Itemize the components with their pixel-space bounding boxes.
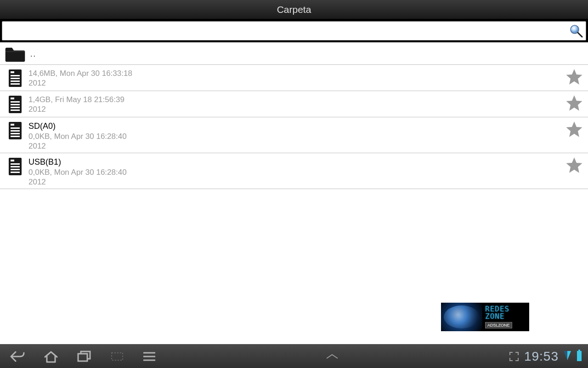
screenshot-icon [109, 351, 125, 362]
svg-rect-3 [11, 71, 14, 73]
home-button[interactable] [43, 350, 59, 363]
recent-apps-icon [76, 350, 92, 363]
favorite-button[interactable] [562, 120, 586, 138]
menu-button[interactable] [142, 351, 156, 362]
svg-rect-15 [11, 124, 14, 126]
svg-rect-7 [11, 83, 20, 85]
menu-icon [142, 351, 156, 362]
file-row[interactable]: 1,4GB, Fri May 18 21:56:39 2012 [0, 91, 588, 117]
svg-rect-32 [577, 351, 582, 361]
ad-banner[interactable]: REDES ZONE ADSLZONE [441, 303, 529, 331]
svg-rect-18 [11, 133, 20, 134]
ad-subtitle: ADSLZONE [485, 322, 512, 328]
search-input[interactable] [2, 26, 566, 36]
parent-directory-row[interactable]: .. [0, 42, 588, 65]
search-button[interactable] [566, 21, 586, 40]
ad-title-line2: ZONE [485, 313, 526, 320]
svg-rect-31 [578, 350, 580, 351]
file-icon [2, 156, 28, 177]
file-row[interactable]: USB(B1) 0,0KB, Mon Apr 30 16:28:40 2012 [0, 153, 588, 189]
svg-rect-25 [11, 172, 20, 173]
svg-rect-11 [11, 104, 20, 105]
screenshot-button[interactable] [109, 351, 125, 362]
svg-rect-12 [11, 107, 20, 108]
svg-rect-26 [78, 354, 87, 361]
star-icon [565, 120, 583, 138]
chevron-up-icon [325, 353, 339, 360]
file-name: USB(B1) [28, 157, 562, 167]
favorite-button[interactable] [562, 68, 586, 86]
file-list: .. 14,6MB, Mon Apr 30 16:33:18 2012 1,4G… [0, 42, 588, 189]
recent-apps-button[interactable] [76, 350, 92, 363]
svg-rect-10 [11, 101, 20, 103]
file-name: SD(A0) [28, 121, 562, 132]
folder-icon [2, 45, 28, 63]
back-button[interactable] [9, 350, 26, 363]
file-icon [2, 68, 28, 89]
svg-rect-5 [11, 78, 20, 79]
file-meta: 1,4GB, Fri May 18 21:56:39 [28, 95, 562, 104]
svg-rect-23 [11, 166, 20, 167]
file-row[interactable]: 14,6MB, Mon Apr 30 16:33:18 2012 [0, 65, 588, 91]
battery-icon [576, 350, 582, 363]
expand-handle[interactable] [325, 353, 339, 360]
star-icon [565, 156, 583, 174]
ad-globe-icon [441, 303, 482, 331]
file-year: 2012 [28, 78, 562, 88]
parent-dir-label: .. [28, 50, 586, 59]
file-year: 2012 [28, 141, 562, 151]
system-nav-bar: 19:53 [0, 344, 588, 368]
expand-icon [509, 351, 520, 362]
search-bar [0, 19, 588, 42]
svg-rect-13 [11, 109, 20, 111]
title-bar: Carpeta [0, 0, 588, 19]
file-meta: 14,6MB, Mon Apr 30 16:33:18 [28, 69, 562, 78]
svg-rect-19 [11, 136, 20, 137]
svg-rect-4 [11, 75, 20, 76]
search-field-container [2, 21, 586, 40]
star-icon [565, 68, 583, 86]
svg-rect-24 [11, 169, 20, 170]
svg-line-1 [578, 33, 582, 37]
ad-text: REDES ZONE ADSLZONE [482, 304, 529, 330]
file-row[interactable]: SD(A0) 0,0KB, Mon Apr 30 16:28:40 2012 [0, 117, 588, 153]
file-meta: 0,0KB, Mon Apr 30 16:28:40 [28, 132, 562, 141]
svg-rect-16 [11, 127, 20, 129]
wifi-icon [563, 350, 571, 363]
home-icon [43, 350, 59, 363]
back-icon [9, 350, 26, 363]
svg-rect-17 [11, 130, 20, 132]
file-icon [2, 94, 28, 115]
svg-rect-9 [11, 98, 14, 99]
svg-rect-21 [11, 160, 14, 161]
file-year: 2012 [28, 177, 562, 187]
svg-rect-22 [11, 163, 20, 165]
app-title: Carpeta [277, 4, 311, 15]
file-icon [2, 120, 28, 141]
status-clock[interactable]: 19:53 [524, 349, 559, 364]
fullscreen-button[interactable] [509, 351, 520, 362]
file-meta: 0,0KB, Mon Apr 30 16:28:40 [28, 167, 562, 177]
file-year: 2012 [28, 104, 562, 114]
favorite-button[interactable] [562, 94, 586, 112]
svg-rect-27 [112, 353, 123, 360]
magnifier-icon [569, 24, 583, 38]
star-icon [565, 94, 583, 112]
favorite-button[interactable] [562, 156, 586, 174]
svg-rect-6 [11, 80, 20, 82]
